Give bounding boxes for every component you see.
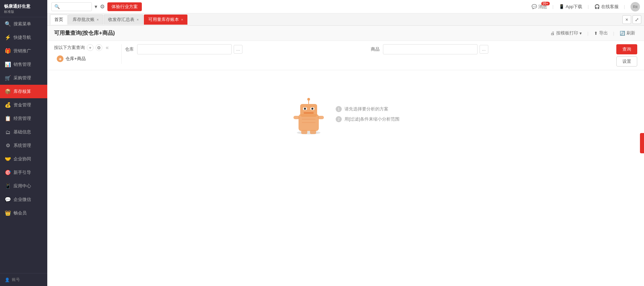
goods-input[interactable] — [383, 44, 478, 54]
tab-collect-stock[interactable]: 收发存汇总表 × — [104, 15, 143, 25]
sales-icon: 📊 — [5, 61, 11, 68]
svg-rect-11 — [318, 116, 324, 119]
refresh-button[interactable]: 🔄 刷新 — [618, 29, 637, 37]
sidebar-item-inventory[interactable]: 📦 库存核算 — [0, 85, 47, 98]
sidebar-item-member[interactable]: 👑 畅会员 — [0, 206, 47, 220]
separator: | — [552, 4, 553, 9]
sidebar-item-purchase[interactable]: 🛒 采购管理 — [0, 71, 47, 85]
add-scheme-button[interactable]: + — [87, 44, 94, 51]
goods-label: 商品 — [371, 46, 381, 52]
filter-field-warehouse: 仓库 … — [125, 44, 364, 54]
hint-item-2: 2 用[过滤]条件来缩小分析范围 — [336, 116, 400, 122]
action-buttons: 查询 设置 — [613, 44, 637, 67]
app-version: 标准版 — [4, 9, 43, 14]
filter-field-goods: 商品 … — [371, 44, 610, 54]
settings-icon[interactable]: ⚙ — [100, 3, 105, 10]
scheme-settings-button[interactable]: ⚙ — [96, 44, 102, 51]
gear-icon[interactable]: ▾ — [95, 3, 97, 10]
filter-scheme-title: 按以下方案查询 + ⚙ « — [54, 44, 118, 51]
sidebar-bottom: 👤 账号 — [0, 273, 47, 286]
refresh-icon: 🔄 — [620, 31, 625, 36]
hint-text-1: 请先选择要分析的方案 — [344, 106, 388, 112]
export-button[interactable]: ⬆ 导出 — [592, 29, 610, 37]
appcenter-icon: 📱 — [5, 183, 11, 189]
sidebar-item-search[interactable]: 🔍 搜索菜单 — [0, 17, 47, 31]
more-icon: … — [236, 47, 240, 52]
filter-inputs: 仓库 … 商品 … — [125, 44, 610, 54]
svg-rect-10 — [293, 116, 300, 119]
sidebar-item-marketing[interactable]: 🎁 营销推广 — [0, 44, 47, 58]
scheme-item-icon: ◈ — [57, 55, 63, 62]
search-icon: 🔍 — [5, 21, 11, 27]
tab-batch-account-close[interactable]: × — [97, 18, 99, 22]
collapse-button[interactable]: « — [104, 45, 110, 51]
sidebar-item-enterprise[interactable]: 🤝 企业协同 — [0, 152, 47, 166]
sidebar-item-appcenter[interactable]: 📱 应用中心 — [0, 179, 47, 193]
message-badge: 99+ — [541, 2, 550, 5]
tab-home[interactable]: 首页 — [50, 15, 68, 25]
page-header: 可用量查询(按仓库+商品) 🖨 按模板打印 ▾ | ⬆ 导出 | 🔄 刷新 — [47, 26, 644, 41]
app-download-label: App下载 — [566, 4, 582, 10]
refresh-label: 刷新 — [626, 30, 635, 36]
svg-rect-7 — [304, 112, 314, 114]
sidebar-item-newbie[interactable]: 🎯 新手引导 — [0, 166, 47, 179]
inventory-icon: 📦 — [5, 88, 11, 95]
sidebar-item-label: 新手引导 — [14, 170, 31, 176]
tab-batch-account-label: 库存批次账 — [73, 17, 95, 23]
expand-button[interactable]: ⤢ — [633, 15, 641, 24]
right-edge-handle[interactable] — [640, 133, 644, 153]
sidebar-item-sales[interactable]: 📊 销售管理 — [0, 58, 47, 71]
filter-row-warehouse: 仓库 … 商品 … — [125, 44, 610, 54]
sidebar-item-basic[interactable]: 🗂 基础信息 — [0, 125, 47, 139]
sidebar-item-label: 畅会员 — [14, 210, 27, 216]
sidebar-item-label: 库存核算 — [14, 88, 31, 95]
filter-scheme-label: 按以下方案查询 — [54, 45, 85, 51]
member-icon: 👑 — [5, 210, 11, 216]
query-button[interactable]: 查询 — [616, 44, 637, 54]
tab-bar: 首页 库存批次账 × 收发存汇总表 × 可用量库存账本 × × ⤢ — [47, 14, 644, 26]
empty-illustration — [292, 97, 326, 131]
tab-available-stock-close[interactable]: × — [181, 18, 183, 22]
svg-point-5 — [304, 108, 306, 110]
more-icon: … — [482, 47, 486, 52]
filter-scheme: 按以下方案查询 + ⚙ « ◈ 仓库+商品 — [54, 44, 122, 64]
experience-button[interactable]: 体验行业方案 — [107, 2, 142, 11]
sidebar-item-operation[interactable]: 📋 经营管理 — [0, 112, 47, 125]
corpwx-icon: 💬 — [5, 197, 11, 203]
sidebar-scroll: 🔍 搜索菜单 ⚡ 快捷导航 🎁 营销推广 📊 销售管理 🛒 采购管理 📦 库存核… — [0, 17, 47, 273]
svg-point-9 — [307, 98, 310, 101]
tab-collect-stock-close[interactable]: × — [136, 18, 138, 22]
online-service-button[interactable]: 🎧 在线客服 — [594, 4, 619, 10]
quicknav-icon: ⚡ — [5, 34, 11, 41]
tab-batch-account[interactable]: 库存批次账 × — [68, 15, 103, 25]
sidebar-item-quicknav[interactable]: ⚡ 快捷导航 — [0, 31, 47, 44]
settings-button[interactable]: 设置 — [616, 56, 637, 67]
page-title: 可用量查询(按仓库+商品) — [54, 30, 115, 37]
scheme-item-warehouse-goods[interactable]: ◈ 仓库+商品 — [54, 54, 118, 64]
tab-bar-actions: × ⤢ — [622, 15, 641, 24]
empty-state: 1 请先选择要分析的方案 2 用[过滤]条件来缩小分析范围 — [47, 70, 644, 158]
export-label: 导出 — [599, 30, 608, 36]
sidebar-item-finance[interactable]: 💰 资金管理 — [0, 98, 47, 112]
sidebar-item-label: 系统管理 — [14, 142, 31, 149]
avatar[interactable]: Rit — [630, 2, 640, 11]
goods-more-button[interactable]: … — [480, 45, 488, 54]
enterprise-icon: 🤝 — [5, 156, 11, 162]
app-download-button[interactable]: 📱 App下载 — [559, 4, 582, 10]
sidebar-item-label: 经营管理 — [14, 115, 31, 122]
warehouse-more-button[interactable]: … — [234, 45, 242, 54]
message-button[interactable]: 💬 消息 99+ — [532, 4, 547, 10]
warehouse-input[interactable] — [137, 44, 232, 54]
sidebar-item-label: 采购管理 — [14, 75, 31, 81]
top-bar: 🔍 ▾ ⚙ 体验行业方案 💬 消息 99+ | 📱 App下载 | 🎧 在线客服… — [47, 0, 644, 14]
tab-available-stock[interactable]: 可用量库存账本 × — [144, 15, 187, 25]
separator2: | — [588, 4, 589, 9]
print-button[interactable]: 🖨 按模板打印 ▾ — [548, 29, 584, 37]
page-header-actions: 🖨 按模板打印 ▾ | ⬆ 导出 | 🔄 刷新 — [548, 29, 637, 37]
finance-icon: 💰 — [5, 102, 11, 108]
sidebar-item-system[interactable]: ⚙ 系统管理 — [0, 139, 47, 152]
close-tab-button[interactable]: × — [622, 15, 631, 24]
sidebar-item-corpwx[interactable]: 💬 企业微信 — [0, 193, 47, 206]
search-icon: 🔍 — [54, 4, 60, 9]
top-bar-right: 💬 消息 99+ | 📱 App下载 | 🎧 在线客服 | Rit — [532, 2, 640, 11]
